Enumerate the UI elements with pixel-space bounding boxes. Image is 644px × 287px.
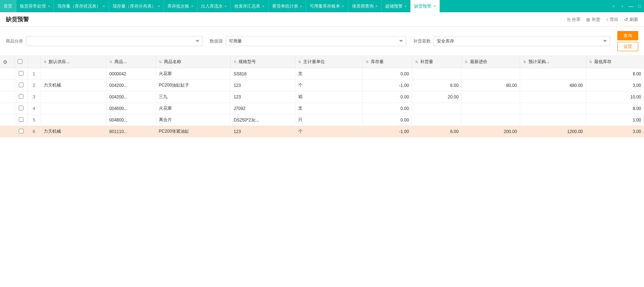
close-tab-inventory-status[interactable]: × (103, 4, 105, 8)
close-tab-batch-account[interactable]: × (191, 4, 193, 8)
row-min-stock-cell: 1.00 (586, 114, 644, 126)
th-supplier[interactable]: 默认供应... (40, 56, 106, 68)
row-checkbox-2[interactable] (19, 94, 23, 99)
replenish-base-select[interactable]: 安全库存 最低库存 (434, 36, 610, 46)
table-header-row: ⚙ 默认供应... 商品... 商品名称 规格型号 (0, 56, 644, 68)
row-num-cell: 2 (27, 80, 40, 91)
row-stock-cell: 0.00 (362, 114, 412, 126)
row-unit-cell: 个 (295, 126, 362, 137)
row-supplier-cell: 力天机械 (40, 126, 106, 137)
tab-overstock[interactable]: 超储预警 × (382, 0, 410, 12)
category-select[interactable] (26, 36, 203, 46)
row-latest-price-cell (462, 103, 520, 114)
th-latest-price[interactable]: 最新进价 (462, 56, 520, 68)
nav-prev-button[interactable]: ‹ (609, 0, 618, 12)
row-replenish-cell (412, 68, 461, 80)
row-stock-cell: 0.00 (362, 91, 412, 103)
close-tab-expiry-query[interactable]: × (375, 4, 378, 8)
row-num-cell: 1 (27, 68, 40, 80)
tab-abnormal[interactable]: 炼货异常处理 × (16, 0, 54, 12)
row-name-cell: PC200油缸缸子 (156, 80, 231, 91)
table-row: 1 0000042 火花塞 SS816 支 0.00 8.00 (0, 68, 644, 80)
tab-inventory-status[interactable]: 现存量（库存状况表） × (54, 0, 109, 12)
close-tab-shortage[interactable]: × (433, 4, 435, 8)
nav-next-button[interactable]: › (618, 0, 627, 12)
row-unit-cell: 只 (295, 114, 362, 126)
row-stock-cell: -1.00 (362, 80, 412, 91)
row-replenish-cell (412, 103, 461, 114)
table-row: 6 力天机械 801110... PC200张紧油缸 123 个 -1.00 6… (0, 126, 644, 137)
row-unit-cell: 支 (295, 68, 362, 80)
share-button[interactable]: ⎘ 分享 (567, 17, 580, 23)
row-est-purchase-cell (520, 103, 586, 114)
close-tab-inventory-dist[interactable]: × (158, 4, 160, 8)
row-code-cell: 0000042 (106, 68, 156, 80)
table-row: 5 004800... 离合片 DS250*23c... 只 0.00 1.00 (0, 114, 644, 126)
row-settings-cell (0, 126, 14, 137)
close-tab-inout-flow[interactable]: × (225, 4, 227, 8)
header-actions: ⎘ 分享 ⊞ 补货 ↑ 导出 ↺ 刷新 (567, 17, 639, 23)
th-min-stock[interactable]: 最低库存 (586, 56, 644, 68)
th-replenish[interactable]: 补货量 (412, 56, 461, 68)
row-checkbox-5[interactable] (19, 129, 23, 133)
row-checkbox-1[interactable] (19, 83, 23, 87)
window-maximize-button[interactable]: □ (635, 0, 644, 12)
tab-inventory-dist[interactable]: 现存量（库存分布表） × (109, 0, 164, 12)
replenish-button[interactable]: ⊞ 补货 (586, 17, 600, 23)
row-unit-cell: 支 (295, 103, 362, 114)
tab-home[interactable]: 首页 (0, 0, 16, 12)
category-label: 商品分类 (6, 38, 23, 44)
row-est-purchase-cell (520, 114, 586, 126)
tab-available-ledger[interactable]: 可用量库存账本 × (306, 0, 348, 12)
row-checkbox-0[interactable] (19, 71, 23, 76)
category-filter: 商品分类 (6, 36, 203, 46)
page-title: 缺货预警 (6, 16, 29, 23)
th-est-purchase[interactable]: 预计采购... (520, 56, 586, 68)
close-tab-available-ledger[interactable]: × (342, 4, 344, 8)
refresh-button[interactable]: ↺ 刷新 (624, 17, 638, 23)
refresh-icon: ↺ (624, 17, 628, 22)
close-tab-abnormal[interactable]: × (48, 4, 50, 8)
select-all-checkbox[interactable] (18, 59, 22, 64)
tab-collect-summary[interactable]: 收发存汇总表 × (231, 0, 268, 12)
row-name-cell: 火花塞 (156, 103, 231, 114)
query-button[interactable]: 查询 (617, 31, 638, 40)
settings-button[interactable]: 设置 (617, 42, 638, 51)
row-est-purchase-cell: 480.00 (520, 80, 586, 91)
tab-order-stats[interactable]: 要货单统计表 × (269, 0, 306, 12)
th-unit[interactable]: 主计量单位 (295, 56, 362, 68)
row-est-purchase-cell (520, 68, 586, 80)
row-name-cell: PC200张紧油缸 (156, 126, 231, 137)
row-name-cell: 三九 (156, 91, 231, 103)
th-spec[interactable]: 规格型号 (231, 56, 295, 68)
tab-shortage[interactable]: 缺货预警 × (410, 0, 439, 12)
filter-actions: 查询 设置 (617, 31, 638, 51)
data-table: ⚙ 默认供应... 商品... 商品名称 规格型号 (0, 56, 644, 137)
row-checkbox-4[interactable] (19, 117, 23, 122)
datasource-select[interactable]: 可用量 库存量 (226, 36, 406, 46)
export-button[interactable]: ↑ 导出 (606, 17, 619, 23)
th-name[interactable]: 商品名称 (156, 56, 231, 68)
window-minimize-button[interactable]: — (627, 0, 635, 12)
th-stock[interactable]: 库存量 (362, 56, 412, 68)
close-tab-order-stats[interactable]: × (300, 4, 302, 8)
row-unit-cell: 个 (295, 80, 362, 91)
row-name-cell: 离合片 (156, 114, 231, 126)
datasource-filter: 数据源 可用量 库存量 (210, 36, 406, 46)
tab-expiry-query[interactable]: 保质期查询 × (348, 0, 382, 12)
row-code-cell: 004200... (106, 91, 156, 103)
close-tab-overstock[interactable]: × (404, 4, 406, 8)
row-replenish-cell: 20.00 (412, 91, 461, 103)
table-row: 3 004200... 三九 123 箱 0.00 20.00 10.00 (0, 91, 644, 103)
row-latest-price-cell (462, 114, 520, 126)
column-settings-icon[interactable]: ⚙ (3, 59, 8, 65)
row-latest-price-cell: 80.00 (462, 80, 520, 91)
close-tab-collect-summary[interactable]: × (262, 4, 264, 8)
row-spec-cell: J7092 (231, 103, 295, 114)
row-replenish-cell: 6.00 (412, 80, 461, 91)
row-checkbox-3[interactable] (19, 106, 23, 110)
tab-inout-flow[interactable]: 出入库流水 × (197, 0, 231, 12)
th-code[interactable]: 商品... (106, 56, 156, 68)
tab-batch-account[interactable]: 库存批次账 × (164, 0, 197, 12)
row-settings-cell (0, 80, 14, 91)
